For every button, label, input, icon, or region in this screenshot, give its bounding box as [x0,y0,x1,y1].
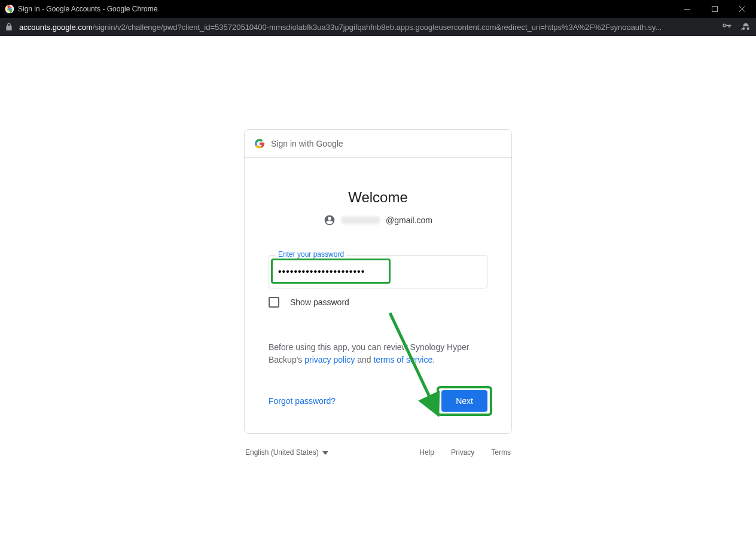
maximize-button[interactable] [701,0,728,18]
chrome-favicon [5,4,14,14]
disclaimer-text: Before using this app, you can review Sy… [269,341,487,366]
show-password-label: Show password [290,297,349,307]
google-g-icon [254,138,265,149]
page-content: Sign in with Google Welcome @gmail.com E… [0,36,756,535]
welcome-heading: Welcome [269,189,487,206]
address-bar[interactable]: accounts.google.com/signin/v2/challenge/… [0,18,756,36]
incognito-icon[interactable] [740,21,751,34]
show-password-checkbox[interactable] [269,297,279,308]
forgot-password-link[interactable]: Forgot password? [269,396,336,406]
page-footer: English (United States) Help Privacy Ter… [244,448,512,457]
close-button[interactable] [728,0,756,18]
password-key-icon[interactable] [721,21,732,34]
show-password-row: Show password [269,297,487,308]
password-label: Enter your password [276,250,346,259]
password-input[interactable] [269,255,487,288]
card-header: Sign in with Google [245,130,511,158]
email-suffix: @gmail.com [386,215,432,225]
footer-privacy-link[interactable]: Privacy [451,448,474,457]
account-chip[interactable]: @gmail.com [269,214,487,226]
svg-rect-1 [684,9,690,10]
window-titlebar: Sign in - Google Accounts - Google Chrom… [0,0,756,18]
footer-terms-link[interactable]: Terms [491,448,511,457]
redacted-email-user [342,217,380,224]
url-text: accounts.google.com/signin/v2/challenge/… [19,23,717,32]
next-button[interactable]: Next [441,390,487,412]
language-label: English (United States) [245,448,319,457]
svg-rect-2 [712,7,718,12]
signin-card: Sign in with Google Welcome @gmail.com E… [244,129,512,434]
language-selector[interactable]: English (United States) [245,448,328,457]
lock-icon [5,23,13,31]
window-title: Sign in - Google Accounts - Google Chrom… [18,5,673,13]
minimize-button[interactable] [673,0,701,18]
footer-help-link[interactable]: Help [419,448,434,457]
terms-of-service-link[interactable]: terms of service [373,355,432,364]
password-field-wrap: Enter your password [269,255,487,288]
card-header-text: Sign in with Google [271,139,343,148]
account-avatar-icon [324,214,336,226]
chevron-down-icon [322,448,328,457]
privacy-policy-link[interactable]: privacy policy [304,355,355,364]
